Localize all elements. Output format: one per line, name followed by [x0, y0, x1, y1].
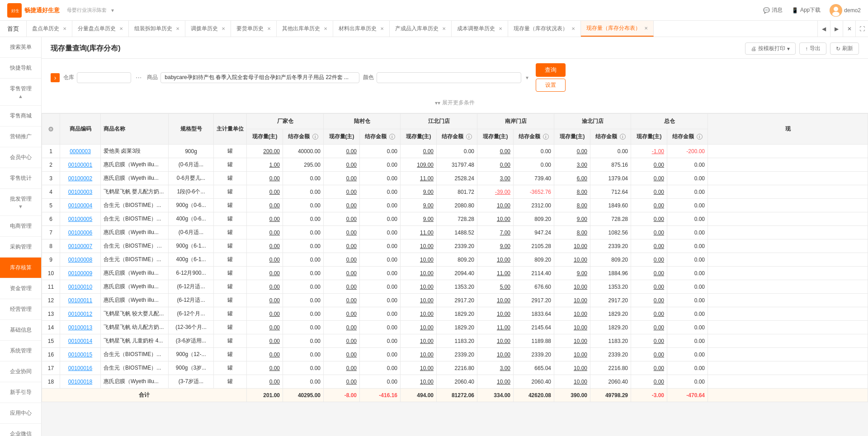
sidebar-item-inventory[interactable]: 库存核算 [0, 258, 41, 278]
refresh-btn[interactable]: ↻ 刷新 [830, 42, 859, 55]
expand-btn[interactable]: › [51, 73, 60, 82]
tab-close-9[interactable]: ✕ [499, 26, 502, 31]
sidebar-item-guide[interactable]: 新手引导 [0, 382, 41, 403]
info-icon-1[interactable]: i [312, 134, 318, 140]
cell-qty: 0.00 [324, 280, 360, 294]
cell-amt: 0.00 [360, 280, 401, 294]
cell-name: 合生元（BIOSTIME）... [101, 253, 169, 267]
sidebar-item-wholesale[interactable]: 批发管理 ▼ [0, 189, 41, 216]
more-conditions[interactable]: ▾▾ 展开更多条件 [51, 97, 859, 108]
tab-kucunzhuangkuang[interactable]: 现存量（库存状况表） ✕ [508, 21, 581, 37]
tab-close-4[interactable]: ✕ [222, 26, 225, 31]
refresh-icon: ↻ [836, 46, 840, 52]
message-btn[interactable]: 💬 消息 [763, 6, 783, 14]
info-icon-4[interactable]: i [543, 134, 549, 140]
warehouse-dots[interactable]: ··· [136, 74, 142, 82]
tab-expand[interactable]: ⛶ [855, 21, 868, 37]
tab-home[interactable]: 首页 [0, 21, 27, 37]
tab-next[interactable]: ▶ [830, 21, 843, 37]
sidebar-item-wechat[interactable]: 企业微信 [0, 424, 41, 436]
app-download-btn[interactable]: 📱 App下载 [792, 6, 821, 14]
tab-cailiao[interactable]: 材料出库单历史 ✕ [333, 21, 390, 37]
user-menu[interactable]: demo2 [830, 4, 861, 17]
sidebar-item-marketing[interactable]: 营销推广 [0, 127, 41, 147]
tab-zuzhang[interactable]: 组装拆卸单历史 ✕ [129, 21, 185, 37]
info-icon-6[interactable]: i [697, 134, 703, 140]
tab-close-10[interactable]: ✕ [571, 26, 575, 31]
sidebar-item-quick-nav[interactable]: 快捷导航 [0, 58, 41, 79]
sidebar-item-basic-info[interactable]: 基础信息 [0, 320, 41, 341]
cell-code[interactable]: 00100012 [60, 307, 101, 321]
cell-qty: 0.00 [631, 280, 667, 294]
cell-unit: 罐 [214, 361, 247, 375]
tab-qtchuku[interactable]: 其他出库单历史 ✕ [277, 21, 333, 37]
info-icon-2[interactable]: i [389, 134, 395, 140]
cell-code[interactable]: 00100011 [60, 294, 101, 307]
sidebar-item-purchase[interactable]: 采购管理 [0, 237, 41, 258]
tab-close-3[interactable]: ✕ [176, 26, 179, 31]
tab-close-1[interactable]: ✕ [63, 26, 66, 31]
sidebar-item-operations[interactable]: 经营管理 [0, 299, 41, 320]
info-icon-5[interactable]: i [620, 134, 626, 140]
tab-close-6[interactable]: ✕ [324, 26, 327, 31]
cell-code[interactable]: 00100005 [60, 212, 101, 226]
sidebar-item-retail-mgmt[interactable]: 零售管理 ▲ [0, 79, 41, 106]
cell-code[interactable]: 00100016 [60, 361, 101, 375]
settings-icon[interactable]: ⚙ [48, 126, 54, 133]
setting-btn[interactable]: 设置 [536, 79, 566, 92]
export-btn[interactable]: ↑ 导出 [799, 42, 826, 55]
tab-fenpandian[interactable]: 分量盘点单历史 ✕ [72, 21, 129, 37]
cell-amt: 1884.96 [590, 267, 631, 280]
color-input[interactable] [377, 72, 521, 83]
tab-chengpin[interactable]: 产成品入库单历史 ✕ [390, 21, 452, 37]
sidebar-item-member[interactable]: 会员中心 [0, 147, 41, 168]
sidebar-item-collab[interactable]: 企业协同 [0, 361, 41, 382]
cell-spec: (0-6月适... [169, 226, 214, 239]
cell-code[interactable]: 00100001 [60, 158, 101, 172]
sidebar-item-appstore[interactable]: 应用中心 [0, 403, 41, 424]
cell-code[interactable]: 0000003 [60, 145, 101, 158]
cell-code[interactable]: 00100009 [60, 267, 101, 280]
tab-close-11[interactable]: ✕ [644, 26, 648, 31]
tab-yaohuo[interactable]: 要货单历史 ✕ [231, 21, 277, 37]
tab-prev[interactable]: ◀ [817, 21, 830, 37]
print-btn[interactable]: 🖨 按模板打印 ▾ [745, 42, 796, 55]
sidebar-item-search[interactable]: 搜索英单 [0, 37, 41, 58]
sidebar-item-finance[interactable]: 资金管理 [0, 278, 41, 299]
tab-close-2[interactable]: ✕ [119, 26, 123, 31]
sidebar-item-system[interactable]: 系统管理 [0, 341, 41, 361]
cell-code[interactable]: 00100004 [60, 199, 101, 212]
tab-diaob[interactable]: 调拨单历史 ✕ [185, 21, 231, 37]
dropdown-icon[interactable]: ▾ [111, 7, 114, 14]
sidebar-item-ecommerce[interactable]: 电商管理 [0, 216, 41, 237]
cell-amt: 0.00 [667, 158, 708, 172]
tab-close-5[interactable]: ✕ [267, 26, 271, 31]
cell-code[interactable]: 00100007 [60, 239, 101, 253]
cell-code[interactable]: 00100014 [60, 334, 101, 348]
cell-code[interactable]: 00100003 [60, 185, 101, 199]
cell-qty: 8.00 [554, 199, 590, 212]
goods-input[interactable] [160, 72, 359, 83]
tab-chengbentiaoz[interactable]: 成本调整单历史 ✕ [452, 21, 508, 37]
cell-code[interactable]: 00100010 [60, 280, 101, 294]
cell-qty: 0.00 [631, 172, 667, 185]
search-btn[interactable]: 查询 [536, 63, 566, 77]
summary-qty: 201.00 [247, 389, 283, 402]
sidebar-item-retail-stats[interactable]: 零售统计 [0, 168, 41, 189]
cell-code[interactable]: 00100018 [60, 375, 101, 389]
color-dropdown-icon[interactable]: ▾ [526, 75, 528, 81]
cell-code[interactable]: 00100013 [60, 321, 101, 334]
cell-code[interactable]: 00100002 [60, 172, 101, 185]
info-icon-3[interactable]: i [466, 134, 472, 140]
tab-pandian[interactable]: 盘点单历史 ✕ [27, 21, 72, 37]
tab-close-8[interactable]: ✕ [442, 26, 446, 31]
cell-current [708, 321, 868, 334]
cell-code[interactable]: 00100008 [60, 253, 101, 267]
warehouse-input[interactable] [77, 72, 131, 83]
tab-close-7[interactable]: ✕ [380, 26, 384, 31]
sidebar-item-retail-mall[interactable]: 零售商城 [0, 106, 41, 127]
tab-kucunfenbu[interactable]: 现存量（库存分布表） ✕ [581, 21, 654, 37]
cell-code[interactable]: 00100006 [60, 226, 101, 239]
tab-close-all[interactable]: ✕ [843, 21, 855, 37]
cell-code[interactable]: 00100015 [60, 348, 101, 361]
